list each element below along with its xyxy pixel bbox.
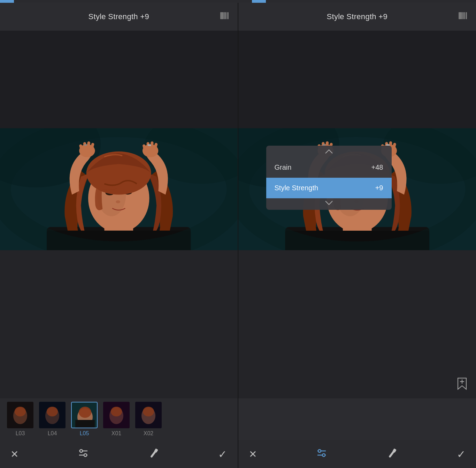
film-thumb-L05[interactable] xyxy=(71,402,98,428)
left-lower-dark xyxy=(0,250,238,398)
svg-rect-1 xyxy=(225,12,227,19)
svg-point-94 xyxy=(322,454,325,457)
svg-point-53 xyxy=(80,450,83,452)
left-panel: Style Strength +9 xyxy=(0,3,238,468)
right-panel-title: Style Strength +9 xyxy=(327,12,387,21)
svg-point-47 xyxy=(111,407,122,416)
right-lower-dark xyxy=(238,250,476,398)
right-style-button[interactable] xyxy=(386,447,398,461)
left-dark-upper xyxy=(0,31,238,128)
dropdown-style-label: Style Strength xyxy=(275,184,318,192)
right-cancel-button[interactable]: ✕ xyxy=(249,448,257,460)
left-panel-header: Style Strength +9 xyxy=(0,3,238,31)
film-label-L05: L05 xyxy=(80,430,89,437)
left-adjust-button[interactable] xyxy=(78,447,89,461)
left-bottom-toolbar: ✕ ✓ xyxy=(0,440,238,468)
left-photo-canvas xyxy=(0,128,238,250)
svg-rect-0 xyxy=(220,12,224,19)
left-progress-indicator xyxy=(0,0,14,3)
filmstrip-item-L05[interactable]: L05 xyxy=(71,402,98,437)
right-bottom-toolbar: ✕ ✓ xyxy=(238,440,476,468)
left-compare-icon[interactable] xyxy=(220,11,229,23)
right-compare-icon[interactable] xyxy=(458,11,468,23)
style-dropdown: Grain +48 Style Strength +9 xyxy=(266,146,392,210)
right-panel: Style Strength +9 xyxy=(238,3,476,468)
svg-point-42 xyxy=(79,407,91,418)
svg-rect-2 xyxy=(227,12,229,19)
film-thumb-L03[interactable] xyxy=(7,402,33,428)
bookmark-button[interactable] xyxy=(456,377,468,391)
film-thumb-L04[interactable] xyxy=(39,402,66,428)
dropdown-arrow-down xyxy=(266,198,392,210)
film-label-X01: X01 xyxy=(112,430,121,437)
dropdown-style-value: +9 xyxy=(375,184,383,192)
dropdown-grain-label: Grain xyxy=(275,163,292,171)
filmstrip-item-X02[interactable]: X02 xyxy=(135,402,162,437)
svg-rect-29 xyxy=(147,144,151,146)
svg-rect-58 xyxy=(463,12,465,19)
svg-point-16 xyxy=(116,200,120,203)
left-style-button[interactable] xyxy=(148,447,159,461)
dropdown-grain-value: +48 xyxy=(371,163,383,171)
film-label-X02: X02 xyxy=(144,430,153,437)
dropdown-row-style-strength[interactable]: Style Strength +9 xyxy=(266,178,392,198)
svg-point-35 xyxy=(15,407,26,416)
film-label-L03: L03 xyxy=(16,430,25,437)
main-panels: Style Strength +9 xyxy=(0,3,476,468)
left-cancel-button[interactable]: ✕ xyxy=(10,448,18,460)
right-adjust-button[interactable] xyxy=(316,447,327,461)
right-photo-area: Grain +48 Style Strength +9 xyxy=(238,128,476,250)
filmstrip-item-L03[interactable]: L03 xyxy=(7,402,33,437)
left-panel-title: Style Strength +9 xyxy=(89,12,149,21)
dropdown-arrow-up xyxy=(266,146,392,157)
svg-point-39 xyxy=(47,407,58,416)
svg-rect-57 xyxy=(459,12,462,19)
film-thumb-X02[interactable] xyxy=(135,402,162,428)
film-thumb-X01[interactable] xyxy=(103,402,130,428)
filmstrip-item-X01[interactable]: X01 xyxy=(103,402,130,437)
svg-rect-43 xyxy=(75,420,95,428)
svg-point-51 xyxy=(143,407,154,416)
top-progress-bars xyxy=(0,0,476,3)
filmstrip-item-L04[interactable]: L04 xyxy=(39,402,66,437)
left-confirm-button[interactable]: ✓ xyxy=(218,448,227,460)
film-label-L04: L04 xyxy=(48,430,57,437)
svg-point-55 xyxy=(84,454,87,457)
right-confirm-button[interactable]: ✓ xyxy=(457,448,466,460)
svg-rect-59 xyxy=(466,12,467,19)
svg-point-92 xyxy=(318,450,321,452)
right-progress-indicator xyxy=(252,0,266,3)
left-photo-area xyxy=(0,128,238,250)
dropdown-row-grain[interactable]: Grain +48 xyxy=(266,157,392,178)
right-dark-upper xyxy=(238,31,476,128)
right-panel-header: Style Strength +9 xyxy=(238,3,476,31)
left-filmstrip: L03 L04 xyxy=(0,398,238,440)
